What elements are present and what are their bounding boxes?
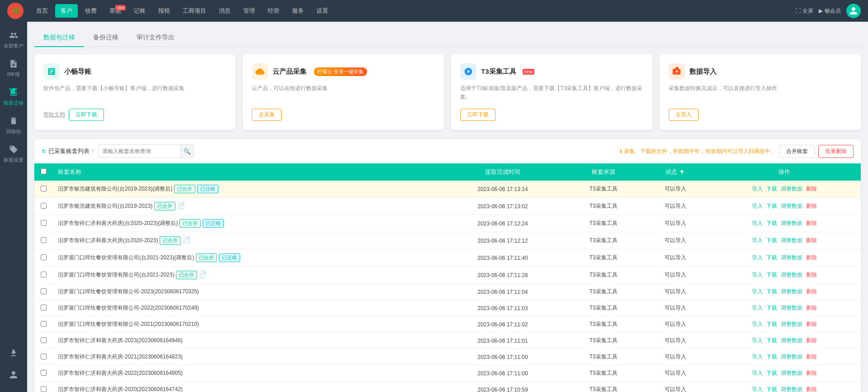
row-action-导入[interactable]: 导入 [752, 288, 763, 296]
row-action-导入[interactable]: 导入 [752, 386, 763, 392]
merge-accounts-btn[interactable]: 合并账套 [779, 145, 815, 158]
nav-business[interactable]: 工商项目 [177, 4, 212, 18]
nav-fee[interactable]: 收费 [80, 4, 102, 18]
batch-delete-btn[interactable]: 批量删除 [818, 145, 854, 158]
sidebar-item-recycle[interactable]: 回收站 [0, 111, 27, 139]
row-action-导入[interactable]: 导入 [752, 185, 763, 193]
row-action-调整数据[interactable]: 调整数据 [781, 304, 802, 312]
row-action-下载[interactable]: 下载 [766, 386, 777, 392]
row-action-调整数据[interactable]: 调整数据 [781, 288, 802, 296]
row-action-删除[interactable]: 删除 [806, 337, 817, 344]
row-checkbox[interactable] [41, 272, 47, 277]
nav-message[interactable]: 消息 [213, 4, 236, 18]
row-action-下载[interactable]: 下载 [766, 304, 777, 312]
row-action-下载[interactable]: 下载 [766, 320, 777, 328]
row-action-调整数据[interactable]: 调整数据 [781, 337, 802, 344]
refresh-icon[interactable]: ↻ [42, 148, 47, 155]
row-action-导入[interactable]: 导入 [752, 254, 763, 262]
sidebar-item-zero-report[interactable]: 0申报 [0, 54, 27, 82]
row-action-下载[interactable]: 下载 [766, 353, 777, 361]
row-action-导入[interactable]: 导入 [752, 220, 763, 227]
row-action-下载[interactable]: 下载 [766, 271, 777, 279]
col-status[interactable]: 状态 ▼ [642, 163, 708, 181]
search-button[interactable]: 🔍 [180, 144, 193, 158]
row-action-调整数据[interactable]: 调整数据 [781, 220, 802, 227]
row-action-调整数据[interactable]: 调整数据 [781, 353, 802, 361]
nav-invoice[interactable]: 票据 new [104, 4, 127, 18]
row-checkbox[interactable] [41, 203, 47, 209]
sidebar-item-all-customers[interactable]: 全部客户 [0, 25, 27, 54]
row-action-调整数据[interactable]: 调整数据 [781, 254, 802, 262]
row-action-下载[interactable]: 下载 [766, 202, 777, 210]
nav-tax[interactable]: 报税 [153, 4, 175, 18]
row-checkbox[interactable] [41, 337, 47, 343]
download-now-btn-3[interactable]: 立即下载 [460, 109, 495, 121]
row-action-删除[interactable]: 删除 [806, 288, 817, 296]
row-action-导入[interactable]: 导入 [752, 237, 763, 244]
fullscreen-button[interactable]: ⛶ 全屏 [795, 7, 813, 15]
help-doc-link[interactable]: 帮助文档 [43, 111, 65, 119]
go-import-btn[interactable]: 去导入 [669, 109, 698, 121]
download-now-btn-1[interactable]: 立即下载 [69, 109, 104, 121]
nav-manage[interactable]: 管理 [238, 4, 260, 18]
row-action-删除[interactable]: 删除 [806, 271, 817, 279]
row-checkbox[interactable] [41, 354, 47, 359]
row-action-删除[interactable]: 删除 [806, 254, 817, 262]
row-action-下载[interactable]: 下载 [766, 369, 777, 377]
row-action-删除[interactable]: 删除 [806, 185, 817, 193]
search-input[interactable] [99, 148, 180, 154]
row-action-下载[interactable]: 下载 [766, 237, 777, 244]
row-action-下载[interactable]: 下载 [766, 185, 777, 193]
row-action-删除[interactable]: 删除 [806, 353, 817, 361]
row-action-下载[interactable]: 下载 [766, 254, 777, 262]
sidebar-item-tag-settings[interactable]: 标签设置 [0, 139, 27, 168]
sidebar-item-user[interactable] [8, 365, 19, 385]
row-action-调整数据[interactable]: 调整数据 [781, 271, 802, 279]
nav-customer[interactable]: 客户 [55, 4, 78, 18]
row-action-删除[interactable]: 删除 [806, 202, 817, 210]
select-all-checkbox[interactable] [41, 168, 47, 174]
row-checkbox[interactable] [41, 237, 47, 243]
row-checkbox[interactable] [41, 186, 47, 191]
row-checkbox[interactable] [41, 321, 47, 327]
go-collect-btn[interactable]: 去采集 [252, 109, 282, 121]
row-action-调整数据[interactable]: 调整数据 [781, 202, 802, 210]
tab-audit-export[interactable]: 审计文件导出 [127, 29, 184, 47]
select-all-header[interactable] [34, 163, 52, 181]
row-action-删除[interactable]: 删除 [806, 304, 817, 312]
nav-bookkeeping[interactable]: 记账 [128, 4, 151, 18]
nav-settings[interactable]: 设置 [311, 4, 334, 18]
row-checkbox[interactable] [41, 288, 47, 294]
row-action-导入[interactable]: 导入 [752, 353, 763, 361]
file-icon[interactable]: 📄 [177, 202, 185, 209]
row-action-删除[interactable]: 删除 [806, 220, 817, 227]
tab-data-migration[interactable]: 数据包迁移 [34, 29, 84, 47]
row-action-下载[interactable]: 下载 [766, 220, 777, 227]
row-action-调整数据[interactable]: 调整数据 [781, 320, 802, 328]
sidebar-item-account-migration[interactable]: 账套迁移 [0, 82, 27, 111]
sidebar-item-download[interactable] [8, 343, 19, 363]
nav-service[interactable]: 服务 [287, 4, 309, 18]
row-action-调整数据[interactable]: 调整数据 [781, 237, 802, 244]
row-action-下载[interactable]: 下载 [766, 337, 777, 344]
row-action-删除[interactable]: 删除 [806, 369, 817, 377]
row-action-下载[interactable]: 下载 [766, 288, 777, 296]
row-checkbox[interactable] [41, 370, 47, 376]
row-action-导入[interactable]: 导入 [752, 337, 763, 344]
row-action-调整数据[interactable]: 调整数据 [781, 369, 802, 377]
row-action-删除[interactable]: 删除 [806, 237, 817, 244]
user-avatar[interactable] [846, 4, 861, 18]
file-icon[interactable]: 📄 [183, 236, 190, 244]
file-icon[interactable]: 📄 [199, 271, 207, 278]
help-icon[interactable]: ? [91, 148, 94, 155]
row-action-导入[interactable]: 导入 [752, 369, 763, 377]
nav-home[interactable]: 首页 [31, 4, 53, 18]
row-checkbox[interactable] [41, 254, 47, 260]
row-checkbox[interactable] [41, 386, 47, 392]
member-button[interactable]: ▶ 畅会员 [819, 7, 841, 15]
row-checkbox[interactable] [41, 220, 47, 226]
row-action-调整数据[interactable]: 调整数据 [781, 386, 802, 392]
row-action-删除[interactable]: 删除 [806, 320, 817, 328]
row-action-导入[interactable]: 导入 [752, 304, 763, 312]
nav-operation[interactable]: 经营 [262, 4, 285, 18]
